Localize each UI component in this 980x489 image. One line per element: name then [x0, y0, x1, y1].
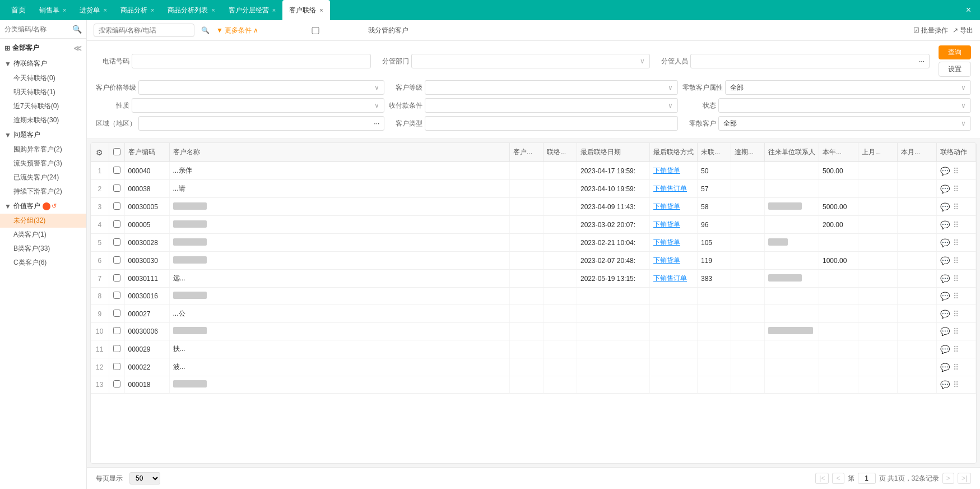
- more-action-icon[interactable]: ⠿: [953, 327, 959, 336]
- region-input[interactable]: ···: [138, 116, 384, 131]
- sidebar-search-input[interactable]: [4, 25, 72, 33]
- row-checkbox[interactable]: [113, 380, 120, 387]
- row-check[interactable]: [109, 198, 124, 216]
- lastway-link[interactable]: 下销货单: [653, 167, 680, 174]
- sidebar-item-today[interactable]: 今天待联络(0): [0, 71, 86, 85]
- sidebar-item-declining[interactable]: 持续下滑客户(2): [0, 184, 86, 199]
- more-action-icon[interactable]: ⠿: [953, 220, 959, 229]
- dept-select[interactable]: ∨: [411, 54, 651, 68]
- row-checkbox[interactable]: [113, 238, 120, 246]
- sidebar-group-pending[interactable]: ▼ 待联络客户: [0, 56, 86, 71]
- chat-icon[interactable]: 💬: [940, 292, 950, 301]
- row-check[interactable]: [109, 305, 124, 323]
- window-close-button[interactable]: ×: [962, 5, 976, 15]
- last-page-button[interactable]: >|: [958, 473, 971, 484]
- nav-home[interactable]: 首页: [4, 5, 32, 15]
- sidebar-group-problems[interactable]: ▼ 问题客户: [0, 127, 86, 142]
- more-action-icon[interactable]: ⠿: [953, 310, 959, 319]
- close-icon[interactable]: ×: [63, 7, 66, 13]
- lastway-link[interactable]: 下销货单: [653, 238, 680, 246]
- row-check[interactable]: [109, 162, 124, 180]
- sidebar-item-overdue[interactable]: 逾期未联络(30): [0, 113, 86, 127]
- close-icon[interactable]: ×: [211, 7, 215, 13]
- th-gear[interactable]: ⚙: [91, 143, 109, 162]
- page-number-input[interactable]: [858, 473, 876, 484]
- more-action-icon[interactable]: ⠿: [953, 274, 959, 283]
- chat-icon[interactable]: 💬: [940, 256, 950, 265]
- more-action-icon[interactable]: ⠿: [953, 292, 959, 301]
- settings-icon[interactable]: ⚙: [96, 148, 103, 157]
- row-checkbox[interactable]: [113, 327, 120, 334]
- sidebar-item-class-b[interactable]: B类客户(33): [0, 242, 86, 256]
- export-button[interactable]: ↗ 导出: [953, 26, 973, 35]
- nav-tab-customer-contact[interactable]: 客户联络 ×: [282, 0, 329, 20]
- close-icon[interactable]: ×: [103, 7, 106, 13]
- all-customers-header[interactable]: ⊞ 全部客户 ≪: [0, 39, 86, 56]
- query-button[interactable]: 查询: [939, 45, 971, 59]
- more-action-icon[interactable]: ⠿: [953, 363, 959, 372]
- first-page-button[interactable]: |<: [815, 473, 829, 484]
- row-checkbox[interactable]: [113, 363, 120, 370]
- row-check[interactable]: [109, 270, 124, 288]
- nature-select[interactable]: ∨: [132, 98, 384, 113]
- row-check[interactable]: [109, 358, 124, 376]
- row-check[interactable]: [109, 376, 124, 394]
- more-action-icon[interactable]: ⠿: [953, 345, 959, 354]
- prev-page-button[interactable]: <: [832, 473, 844, 484]
- lastway-link[interactable]: 下销货单: [653, 220, 680, 228]
- more-action-icon[interactable]: ⠿: [953, 167, 959, 176]
- row-checkbox[interactable]: [113, 220, 120, 228]
- lastway-link[interactable]: 下销售订单: [653, 184, 687, 192]
- row-checkbox[interactable]: [113, 345, 120, 352]
- sidebar-item-ungroup[interactable]: 未分组(32): [0, 214, 86, 228]
- chat-icon[interactable]: 💬: [940, 327, 950, 336]
- row-check[interactable]: [109, 216, 124, 234]
- row-checkbox[interactable]: [113, 202, 120, 210]
- row-checkbox[interactable]: [113, 310, 120, 317]
- close-icon[interactable]: ×: [151, 7, 154, 13]
- row-check[interactable]: [109, 323, 124, 340]
- sidebar-item-tomorrow[interactable]: 明天待联络(1): [0, 85, 86, 99]
- retail-customer-select[interactable]: 全部∨: [718, 116, 971, 131]
- chat-icon[interactable]: 💬: [940, 310, 950, 319]
- price-level-select[interactable]: ∨: [138, 80, 384, 95]
- nav-tab-purchase[interactable]: 进货单 ×: [73, 0, 113, 20]
- chat-icon[interactable]: 💬: [940, 274, 950, 283]
- search-button[interactable]: 🔍: [201, 26, 210, 34]
- reset-button[interactable]: 设置: [939, 62, 971, 77]
- lastway-link[interactable]: 下销售订单: [653, 274, 687, 282]
- customer-level-select[interactable]: ∨: [425, 80, 677, 95]
- phone-input[interactable]: [132, 54, 371, 68]
- row-check[interactable]: [109, 252, 124, 270]
- chat-icon[interactable]: 💬: [940, 345, 950, 354]
- nav-tab-sales[interactable]: 销售单 ×: [32, 0, 73, 20]
- search-input[interactable]: [94, 24, 194, 37]
- lastway-link[interactable]: 下销货单: [653, 202, 680, 210]
- chat-icon[interactable]: 💬: [940, 380, 950, 389]
- search-icon[interactable]: 🔍: [72, 25, 82, 34]
- select-all-checkbox[interactable]: [113, 148, 120, 155]
- close-icon[interactable]: ×: [319, 7, 323, 13]
- retail-attr-select[interactable]: 全部∨: [725, 80, 971, 95]
- my-customers-check[interactable]: [265, 27, 366, 34]
- sidebar-item-churned[interactable]: 已流失客户(24): [0, 170, 86, 184]
- more-action-icon[interactable]: ⠿: [953, 202, 959, 211]
- lastway-link[interactable]: 下销货单: [653, 256, 680, 264]
- nav-tab-analysis-list[interactable]: 商品分析列表 ×: [161, 0, 221, 20]
- more-action-icon[interactable]: ⠿: [953, 256, 959, 265]
- chat-icon[interactable]: 💬: [940, 202, 950, 211]
- nav-tab-analysis[interactable]: 商品分析 ×: [114, 0, 161, 20]
- sidebar-item-7days[interactable]: 近7天待联络(0): [0, 99, 86, 113]
- batch-operation-button[interactable]: ☑ 批量操作: [913, 26, 948, 35]
- row-checkbox[interactable]: [113, 184, 120, 192]
- chat-icon[interactable]: 💬: [940, 184, 950, 193]
- sidebar-item-churn-warning[interactable]: 流失预警客户(3): [0, 156, 86, 170]
- nav-tab-customer-mgmt[interactable]: 客户分层经营 ×: [222, 0, 282, 20]
- sidebar-item-class-c[interactable]: C类客户(6): [0, 256, 86, 270]
- row-checkbox[interactable]: [113, 274, 120, 282]
- my-customers-checkbox[interactable]: 我分管的客户: [265, 26, 408, 35]
- sidebar-item-hoarding[interactable]: 囤购异常客户(2): [0, 142, 86, 156]
- sidebar-group-value[interactable]: ▼ 价值客户 ↺: [0, 199, 86, 214]
- chat-icon[interactable]: 💬: [940, 167, 950, 176]
- person-input[interactable]: ···: [690, 54, 930, 68]
